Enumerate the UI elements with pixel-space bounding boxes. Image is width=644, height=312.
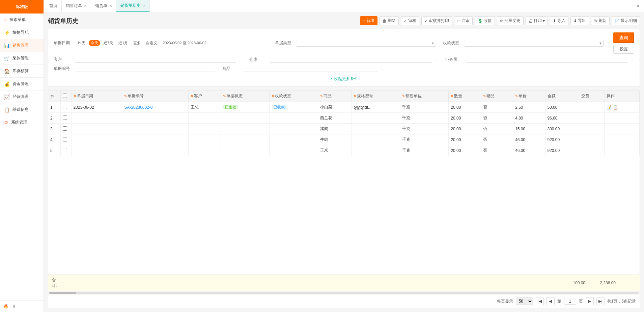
tab-sales-history[interactable]: 销货单历史 ✕ (116, 0, 150, 12)
row-checkbox[interactable] (60, 102, 71, 113)
query-button[interactable]: 查询 (613, 32, 634, 43)
row-num: 3 (48, 124, 60, 134)
import-button[interactable]: ⬆ 导入 (550, 16, 568, 25)
sidebar-item-operations[interactable]: 📈 经营管理 (0, 90, 44, 103)
row-checkbox[interactable] (60, 134, 71, 145)
customer-input[interactable] (75, 56, 236, 63)
col-price[interactable]: ⇅单价 (513, 90, 545, 102)
customer-dots[interactable]: ··· (239, 57, 243, 62)
first-page-btn[interactable]: |◀ (536, 297, 544, 305)
warehouse-dots[interactable]: ··· (435, 57, 439, 62)
date-tag-7days[interactable]: 近7天 (102, 40, 115, 46)
per-page-select[interactable]: 50 100 200 (516, 297, 533, 305)
scrollbar-thumb[interactable] (49, 292, 76, 294)
warehouse-input[interactable] (270, 56, 431, 63)
col-doc-no[interactable]: ⇅单据编号 (122, 90, 189, 102)
tab-sales-order[interactable]: 销售订单 ✕ (62, 0, 91, 12)
select-all-checkbox[interactable] (63, 94, 67, 98)
row-action[interactable] (605, 134, 640, 145)
row-doc-no[interactable]: SA-20230602-0 (122, 102, 189, 113)
filter-doc-type-select[interactable]: ▾ (296, 40, 436, 47)
row-doc-no[interactable] (122, 113, 189, 124)
delete-button[interactable]: 🗑 删除 (380, 16, 399, 25)
tab-sales-order-close[interactable]: ✕ (84, 4, 87, 8)
row-doc-no[interactable] (122, 124, 189, 134)
col-settings[interactable]: ⚙ (48, 90, 60, 102)
sidebar-item-finance[interactable]: 💰 资金管理 (0, 78, 44, 90)
row-action[interactable] (605, 124, 640, 134)
row-doc-no[interactable] (122, 134, 189, 145)
date-tag-more[interactable]: 更多 (131, 40, 143, 46)
last-page-btn[interactable]: ▶| (596, 297, 605, 305)
row-checkbox-input[interactable] (63, 137, 67, 141)
col-pay-status[interactable]: ⇅收款状态 (269, 90, 318, 102)
row-checkbox-input[interactable] (63, 148, 67, 152)
audit-print-button[interactable]: ✓ 审核并打印 (421, 16, 452, 25)
row-checkbox[interactable] (60, 113, 71, 124)
col-gift[interactable]: ⇅赠品 (481, 90, 513, 102)
action-icon[interactable]: 📝 (607, 105, 612, 110)
date-tag-1month[interactable]: 近1月 (116, 40, 130, 46)
col-doc-status[interactable]: ⇅单据状态 (221, 90, 269, 102)
tab-sales-goods[interactable]: 销货单 ✕ (91, 0, 116, 12)
date-tag-custom[interactable]: 自定义 (144, 40, 159, 46)
col-customer[interactable]: ⇅客户 (189, 90, 221, 102)
show-detail-button[interactable]: 📄 显示明细 (612, 16, 640, 25)
row-action[interactable]: 📝📋 (605, 102, 640, 113)
row-checkbox[interactable] (60, 145, 71, 156)
collapse-button[interactable]: ∧ 收起更多条件 (329, 75, 360, 83)
action-icon[interactable]: 📋 (613, 105, 618, 110)
sidebar-footer-icon1[interactable]: 🔥 (3, 304, 8, 309)
row-checkbox-input[interactable] (63, 115, 67, 120)
sidebar-item-basic-info[interactable]: 📋 基础信息 (0, 103, 44, 116)
salesperson-input[interactable] (466, 56, 627, 63)
settings-button[interactable]: 设置 (613, 45, 634, 54)
horizontal-scrollbar[interactable] (48, 291, 640, 294)
date-tag-today[interactable]: 今天 (89, 40, 100, 46)
page-input[interactable] (564, 298, 576, 305)
col-spec[interactable]: ⇅规格型号 (352, 90, 400, 102)
row-action[interactable] (605, 113, 640, 124)
row-checkbox-input[interactable] (63, 126, 67, 131)
goods-dots[interactable]: ··· (381, 67, 385, 71)
date-tag-yesterday[interactable]: 昨天 (76, 40, 87, 46)
doc-no-input[interactable] (75, 66, 216, 72)
sidebar-item-search-menu[interactable]: ≡ 搜索菜单 (0, 14, 44, 26)
export-button[interactable]: ⬇ 导出 (570, 16, 589, 25)
col-qty[interactable]: ⇅数量 (449, 90, 481, 102)
close-all-tabs[interactable]: ✕ (636, 3, 640, 9)
sidebar-item-sales-mgmt[interactable]: 📊 销售管理 (0, 39, 44, 52)
abandon-button[interactable]: ↩ 弃审 (454, 16, 473, 25)
collect-button[interactable]: 💲 收款 (475, 16, 495, 25)
batch-change-button[interactable]: ✏ 批量变更 (497, 16, 524, 25)
row-customer (189, 124, 221, 134)
sidebar-item-inventory[interactable]: 🏠 库存核算 (0, 65, 44, 78)
tab-sales-history-close[interactable]: ✕ (143, 4, 145, 7)
add-button[interactable]: + 新增 (360, 16, 377, 25)
tab-home[interactable]: 首页 (45, 0, 62, 12)
prev-page-btn[interactable]: ◀ (547, 297, 555, 305)
row-checkbox-input[interactable] (63, 105, 67, 109)
tab-sales-goods-close[interactable]: ✕ (109, 4, 112, 8)
sidebar-item-purchase-mgmt[interactable]: 🛒 采购管理 (0, 52, 44, 65)
filter-pay-status-select[interactable]: ▾ (464, 40, 604, 47)
tab-bar-end: ✕ (636, 3, 643, 9)
col-date[interactable]: ⇅单据日期 (71, 90, 122, 102)
sidebar-footer-icon2[interactable]: ⏸ (12, 304, 16, 309)
refresh-button[interactable]: ↻ 刷新 (591, 16, 610, 25)
col-goods[interactable]: ⇅商品 (318, 90, 351, 102)
print-button[interactable]: 🖨 打印 ▾ (526, 16, 548, 25)
doc-no-link[interactable]: SA-20230602-0 (124, 105, 152, 110)
audit-button[interactable]: ✓ 审核 (401, 16, 419, 25)
row-checkbox[interactable] (60, 124, 71, 134)
row-action[interactable] (605, 145, 640, 156)
goods-input[interactable] (243, 66, 377, 72)
sidebar-item-quick-nav[interactable]: ⚡ 快捷导航 (0, 26, 44, 39)
salesperson-dots[interactable]: ··· (631, 57, 634, 62)
next-page-btn[interactable]: ▶ (586, 297, 594, 305)
sidebar-item-label: 库存核算 (12, 68, 29, 74)
row-doc-no[interactable] (122, 145, 189, 156)
col-unit[interactable]: ⇅销售单位 (400, 90, 449, 102)
main-table: ⚙ ⇅单据日期 ⇅单据编号 ⇅客户 ⇅单据状态 ⇅收款状态 ⇅商品 ⇅规格型号 (48, 90, 640, 156)
sidebar-item-sys-mgmt[interactable]: ⚙ 系统管理 (0, 116, 44, 129)
